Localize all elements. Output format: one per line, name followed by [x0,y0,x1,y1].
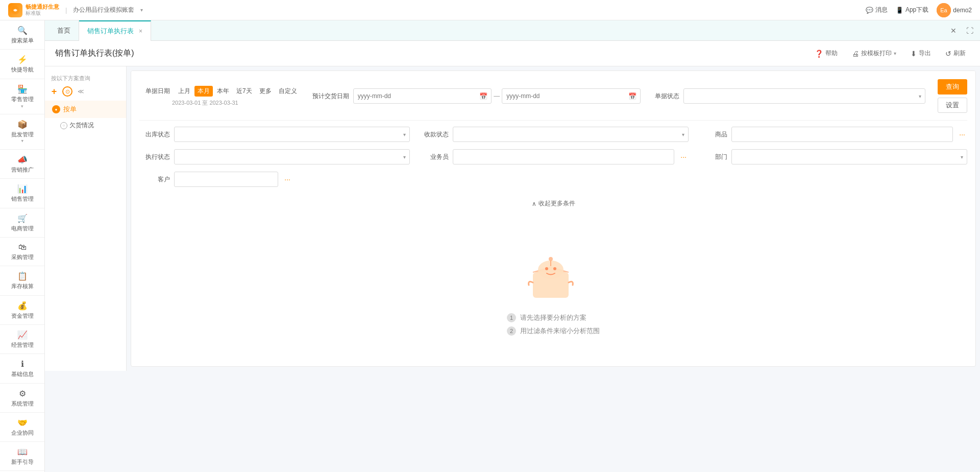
sidebar-item-basic[interactable]: ℹ 基础信息 [0,354,44,383]
content-area: 首页 销售订单执行表 × ✕ ⛶ 销售订单执行表(按单) [45,20,980,472]
app-title: 办公用品行业模拟账套 [73,6,134,14]
sidebar-item-finance[interactable]: 💰 资金管理 [0,296,44,325]
minimize-icon: ✕ [950,27,957,35]
department-select[interactable] [731,149,967,164]
single-status-label: 单据状态 [649,92,679,101]
svg-point-8 [549,257,553,261]
collapse-more-btn[interactable]: ∧ 收起更多条件 [139,194,967,213]
sidebar-item-system[interactable]: ⚙ 系统管理 [0,384,44,413]
cur-year-btn[interactable]: 本年 [214,86,232,97]
copy-scheme-btn[interactable]: ⊙ [62,86,72,97]
exec-status-label: 执行状态 [139,153,170,161]
print-icon: 🖨 [852,50,859,58]
scheme-sub-shortage[interactable]: ○ 欠货情况 [45,118,126,133]
sidebar-item-collab[interactable]: 🤝 企业协同 [0,413,44,442]
help-icon: ❓ [815,50,823,58]
sidebar-item-guide[interactable]: 📖 新手引导 [0,442,44,471]
message-btn[interactable]: 💬 消息 [866,6,888,14]
page-header: 销售订单执行表(按单) ❓ 帮助 🖨 按模板打印 ▾ ⬇ 导出 [45,41,980,66]
expected-date-start-wrap: 📅 [353,88,492,104]
salesperson-input[interactable] [453,149,674,164]
empty-state: 1 请先选择要分析的方案 2 用过滤条件来缩小分析范围 [131,221,975,366]
filter-exec-status: 执行状态 执行中 已完成 ▾ [139,149,410,164]
sidebar-item-inventory[interactable]: 📋 库存核算 [0,266,44,295]
goods-more-btn[interactable]: ··· [957,130,967,138]
prev-month-btn[interactable]: 上月 [175,86,193,97]
payment-status-select-wrap: 已收款 未收款 ▾ [453,127,689,142]
tab-home[interactable]: 首页 [49,20,79,41]
filter-department: 部门 ▾ [697,149,967,164]
filter-area: 单据日期 上月 本月 本年 近7天 更多 自定义 [131,71,975,221]
sidebar-item-purchase[interactable]: 🛍 采购管理 [0,238,44,266]
more-date-btn[interactable]: 更多 [256,86,275,97]
logo-icon [8,3,22,17]
tab-sales-order[interactable]: 销售订单执行表 × [79,20,151,41]
cur-month-btn[interactable]: 本月 [194,86,213,97]
sidebar-item-search[interactable]: 🔍 搜索菜单 [0,20,44,50]
tab-minimize-btn[interactable]: ✕ [947,25,960,37]
filter-row-1: 单据日期 上月 本月 本年 近7天 更多 自定义 [139,79,967,113]
out-status-label: 出库状态 [139,130,170,139]
sidebar-item-sales[interactable]: 📊 销售管理 [0,179,44,208]
single-status-select-wrap: 草稿 已审核 已关闭 ▾ [683,88,925,104]
filter-row-3: 执行状态 执行中 已完成 ▾ [139,149,967,164]
inventory-icon: 📋 [17,271,28,281]
system-icon: ⚙ [19,389,26,398]
out-status-select-wrap: 已出库 未出库 ▾ [174,127,410,142]
salesperson-more-btn[interactable]: ··· [678,153,689,161]
goods-input[interactable] [731,127,953,142]
business-icon: 📈 [17,330,28,340]
customer-input[interactable] [174,172,278,187]
tab-expand-btn[interactable]: ⛶ [964,25,976,37]
sidebar-item-retail[interactable]: 🏪 零售管理 ▾ [0,79,44,114]
filter-single-status: 单据状态 草稿 已审核 已关闭 ▾ [649,88,925,104]
collapse-panel-btn[interactable]: ≪ [76,86,86,97]
tab-close-btn[interactable]: × [139,28,142,35]
export-btn[interactable]: ⬇ 导出 [906,47,935,60]
filter-row-2: 出库状态 已出库 未出库 ▾ [139,127,967,142]
scheme-active-dot: ● [52,105,60,113]
user-menu[interactable]: Ea demo2 [937,3,972,17]
search-icon: 🔍 [17,26,28,35]
guide-icon: 📖 [17,447,28,457]
wholesale-icon: 📦 [17,120,28,129]
sidebar: 🔍 搜索菜单 ⚡ 快捷导航 🏪 零售管理 ▾ 📦 批发管理 ▴ 📣 营销推广 📊… [0,20,45,472]
sidebar-item-quicknav[interactable]: ⚡ 快捷导航 [0,50,44,79]
purchase-icon: 🛍 [18,243,27,252]
help-btn[interactable]: ❓ 帮助 [811,47,842,60]
expected-date-end[interactable] [502,88,640,104]
search-btn[interactable]: 查询 [938,79,967,95]
top-bar-left: 畅捷通好生意 标准版 | 办公用品行业模拟账套 ▾ [8,3,143,17]
sidebar-item-marketing[interactable]: 📣 营销推广 [0,150,44,179]
empty-step-2: 2 用过滤条件来缩小分析范围 [507,326,600,336]
customer-more-btn[interactable]: ··· [282,175,292,183]
expand-icon: ⛶ [966,27,973,35]
single-status-select[interactable]: 草稿 已审核 已关闭 [683,88,925,104]
download-icon: 📱 [896,7,903,14]
exec-status-select[interactable]: 执行中 已完成 [174,149,410,164]
right-content: 单据日期 上月 本月 本年 近7天 更多 自定义 [131,70,976,367]
refresh-btn[interactable]: ↺ 刷新 [941,47,970,60]
tab-bar: 首页 销售订单执行表 × ✕ ⛶ [45,20,980,41]
expected-date-start[interactable] [353,88,492,104]
expected-date-label: 预计交货日期 [308,92,349,101]
app-dropdown-icon[interactable]: ▾ [140,7,143,13]
scheme-item-order[interactable]: ● 按单 [45,101,126,118]
print-btn[interactable]: 🖨 按模板打印 ▾ [848,47,900,60]
out-status-select[interactable]: 已出库 未出库 [174,127,410,142]
payment-status-select[interactable]: 已收款 未收款 [453,127,689,142]
empty-icon [523,252,584,303]
filter-row-4: 客户 ··· [139,172,967,187]
sidebar-item-wholesale[interactable]: 📦 批发管理 ▴ [0,114,44,150]
sidebar-item-ecommerce[interactable]: 🛒 电商管理 [0,208,44,238]
empty-step-1: 1 请先选择要分析的方案 [507,313,600,322]
settings-btn[interactable]: 设置 [938,98,967,113]
sidebar-item-business[interactable]: 📈 经营管理 [0,325,44,354]
add-scheme-btn[interactable]: + [49,86,59,97]
app-download-btn[interactable]: 📱 App下载 [896,6,928,14]
svg-point-6 [553,267,556,270]
print-dropdown-icon: ▾ [894,51,896,56]
custom-date-btn[interactable]: 自定义 [276,86,300,97]
breadcrumb-separator: | [65,6,67,14]
7days-btn[interactable]: 近7天 [233,86,255,97]
